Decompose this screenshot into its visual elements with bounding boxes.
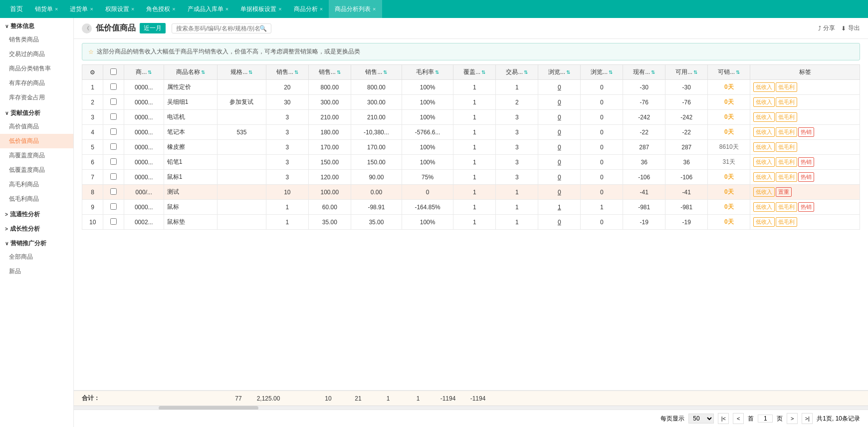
first-page-button[interactable]: |<	[718, 413, 729, 424]
row-checkbox[interactable]	[110, 173, 117, 180]
nav-sales[interactable]: 销货单 ×	[29, 0, 64, 18]
views-link[interactable]: 0	[558, 129, 561, 136]
last-page-button[interactable]: >|	[802, 413, 813, 424]
collapse-button[interactable]: 《	[82, 23, 92, 33]
views-link[interactable]: 0	[558, 114, 561, 121]
next-page-button[interactable]: >	[787, 413, 798, 424]
cell-tags: 低收入低毛利热销	[750, 170, 860, 185]
views-link[interactable]: 1	[558, 204, 561, 211]
views-link[interactable]: 0	[558, 99, 561, 106]
sidebar-group-overview[interactable]: ∨ 整体信息	[0, 18, 73, 32]
prev-page-button[interactable]: <	[733, 413, 744, 424]
row-checkbox[interactable]	[110, 98, 117, 105]
export-button[interactable]: ⬇ 导出	[841, 24, 860, 32]
sidebar-item-new-products[interactable]: 新品	[0, 264, 73, 279]
search-icon[interactable]: 🔍	[259, 25, 267, 32]
col-sellable[interactable]: 可销...⇅	[708, 65, 750, 80]
row-checkbox[interactable]	[110, 83, 117, 90]
col-sales2[interactable]: 销售...⇅	[308, 65, 351, 80]
sidebar-item-high-margin[interactable]: 高毛利商品	[0, 177, 73, 192]
nav-close-product-analysis[interactable]: ×	[320, 6, 323, 12]
cell-spec	[217, 80, 266, 95]
col-settings[interactable]: ⚙	[82, 65, 103, 80]
nav-product-analysis[interactable]: 商品分析 ×	[288, 0, 329, 18]
sidebar-item-low-value[interactable]: 低价值商品	[0, 134, 73, 148]
col-code[interactable]: 商...⇅	[124, 65, 164, 80]
cell-col9: 1	[453, 200, 496, 215]
views-link[interactable]: 0	[558, 159, 561, 166]
cell-col13: -22	[623, 125, 665, 140]
nav-home[interactable]: 首页	[4, 0, 29, 18]
nav-close-product-analysis-list[interactable]: ×	[373, 6, 376, 12]
col-coverage[interactable]: 覆盖...⇅	[453, 65, 496, 80]
col-sales3[interactable]: 销售...⇅	[351, 65, 402, 80]
sidebar-item-inventory-fund[interactable]: 库存资金占用	[0, 90, 73, 105]
current-page-input[interactable]	[758, 415, 773, 423]
cell-spec	[217, 200, 266, 215]
sidebar-item-in-stock[interactable]: 有库存的商品	[0, 76, 73, 90]
row-checkbox[interactable]	[110, 143, 117, 150]
tag: 低毛利	[776, 112, 797, 122]
footer-cells: 77 2,125.00 10 21 1 1 -1194 -1194	[104, 395, 860, 402]
cell-days: 31天	[708, 155, 750, 170]
row-checkbox[interactable]	[110, 128, 117, 135]
sidebar-item-sales-products[interactable]: 销售类商品	[0, 32, 73, 47]
row-checkbox[interactable]	[110, 218, 117, 225]
share-button[interactable]: ⤴ 分享	[818, 24, 835, 32]
col-transactions[interactable]: 交易...⇅	[496, 65, 538, 80]
search-input[interactable]	[176, 25, 259, 32]
col-margin[interactable]: 毛利率⇅	[402, 65, 453, 80]
nav-product-analysis-list[interactable]: 商品分析列表 ×	[329, 0, 382, 18]
col-spec[interactable]: 规格...⇅	[217, 65, 266, 80]
row-checkbox[interactable]	[110, 158, 117, 165]
cell-checkbox	[103, 200, 124, 215]
nav-roles[interactable]: 角色授权 ×	[140, 0, 181, 18]
sidebar-item-traded-products[interactable]: 交易过的商品	[0, 47, 73, 61]
sidebar-item-high-coverage[interactable]: 高覆盖度商品	[0, 148, 73, 163]
nav-close-template[interactable]: ×	[278, 6, 281, 12]
nav-close-purchase[interactable]: ×	[90, 6, 93, 12]
sidebar-item-all-products[interactable]: 全部商品	[0, 250, 73, 264]
col-current-stock[interactable]: 现有...⇅	[623, 65, 665, 80]
sidebar-group-marketing[interactable]: ∨ 营销推广分析	[0, 235, 73, 250]
nav-inventory[interactable]: 产成品入库单 ×	[182, 0, 234, 18]
col-available[interactable]: 可用...⇅	[665, 65, 708, 80]
col-sales1[interactable]: 销售...⇅	[266, 65, 308, 80]
nav-close-inventory[interactable]: ×	[225, 6, 228, 12]
footer-col8: 10	[313, 395, 343, 402]
row-checkbox[interactable]	[110, 188, 117, 195]
nav-close-permissions[interactable]: ×	[131, 6, 134, 12]
per-page-select[interactable]: 50 100	[688, 414, 714, 424]
views-link[interactable]: 0	[558, 174, 561, 181]
nav-template[interactable]: 单据模板设置 ×	[234, 0, 287, 18]
tag: 低收入	[753, 202, 775, 212]
cell-index: 4	[82, 125, 103, 140]
sidebar-item-category-sales-rate[interactable]: 商品分类销售率	[0, 61, 73, 76]
table-row: 1 0000... 属性定价 20 800.00 800.00 100% 1 1…	[82, 80, 860, 95]
col-views2[interactable]: 浏览...⇅	[581, 65, 623, 80]
sidebar-group-contribution[interactable]: ∨ 贡献值分析	[0, 105, 73, 119]
nav-permissions[interactable]: 权限设置 ×	[99, 0, 140, 18]
views-link[interactable]: 0	[558, 144, 561, 151]
tag: 低毛利	[776, 172, 797, 182]
nav-close-sales[interactable]: ×	[55, 6, 58, 12]
sidebar-item-low-coverage[interactable]: 低覆盖度商品	[0, 163, 73, 177]
sidebar-item-high-value[interactable]: 高价值商品	[0, 119, 73, 134]
sidebar-group-circulation[interactable]: > 流通性分析	[0, 206, 73, 221]
sidebar-group-growth[interactable]: > 成长性分析	[0, 221, 73, 235]
col-views1[interactable]: 浏览...⇅	[538, 65, 581, 80]
nav-close-roles[interactable]: ×	[172, 6, 175, 12]
views-link[interactable]: 0	[558, 219, 561, 226]
select-all-checkbox[interactable]	[110, 68, 117, 75]
row-checkbox[interactable]	[110, 203, 117, 210]
views-link[interactable]: 0	[558, 84, 561, 91]
views-link[interactable]: 0	[558, 189, 561, 196]
nav-purchase[interactable]: 进货单 ×	[64, 0, 99, 18]
cell-col8: 75%	[402, 170, 453, 185]
scroll-bar[interactable]	[74, 406, 868, 410]
cell-col5: 3	[266, 140, 308, 155]
col-name[interactable]: 商品名称⇅	[164, 65, 217, 80]
period-button[interactable]: 近一月	[140, 23, 166, 33]
sidebar-item-low-margin[interactable]: 低毛利商品	[0, 192, 73, 206]
row-checkbox[interactable]	[110, 113, 117, 120]
